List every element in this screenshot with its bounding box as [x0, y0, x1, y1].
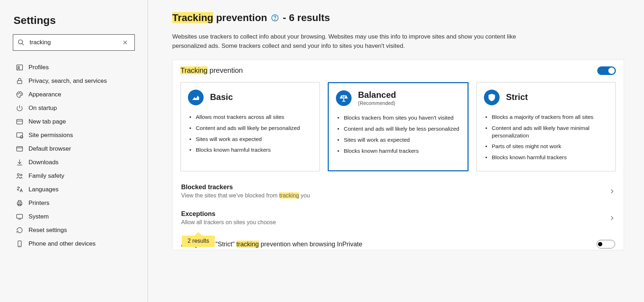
svg-rect-14 [17, 147, 23, 151]
nav-label: New tab page [29, 118, 66, 125]
inprivate-strict-toggle[interactable] [597, 240, 615, 248]
blocked-trackers-row[interactable]: Blocked trackers View the sites that we'… [180, 178, 616, 205]
card-point: Blocks known harmful trackers [337, 146, 460, 157]
prevention-level-cards: Basic Allows most trackers across all si… [180, 82, 616, 172]
nav-label: Site permissions [29, 132, 73, 139]
download-icon [16, 158, 24, 166]
nav-startup[interactable]: On startup [0, 101, 148, 115]
nav-label: Default browser [29, 145, 71, 152]
svg-point-0 [19, 40, 23, 44]
card-balanced-subtitle: (Recommended) [358, 100, 396, 106]
family-icon [16, 172, 24, 180]
settings-main: Tracking prevention - 6 results Websites… [148, 0, 644, 302]
nav-printers[interactable]: Printers [0, 196, 148, 210]
nav-languages[interactable]: Languages [0, 183, 148, 196]
settings-title: Settings [0, 14, 148, 34]
nav-label: Phone and other devices [29, 240, 96, 247]
nav-newtab[interactable]: New tab page [0, 115, 148, 129]
nav-phone[interactable]: Phone and other devices [0, 237, 148, 251]
card-balanced-title: Balanced [358, 90, 396, 100]
svg-point-9 [21, 94, 21, 94]
settings-sidebar: Settings Profiles Privacy, search, and s… [0, 0, 148, 302]
tracking-prevention-toggle[interactable] [597, 66, 616, 75]
profile-icon [16, 64, 24, 71]
nav-label: Appearance [29, 91, 61, 98]
nav-label: Privacy, search, and services [29, 77, 107, 85]
nav-label: Family safety [29, 172, 64, 180]
system-icon [16, 213, 24, 221]
svg-rect-10 [17, 120, 23, 124]
card-basic[interactable]: Basic Allows most trackers across all si… [180, 82, 320, 172]
svg-point-5 [18, 66, 20, 68]
nav-label: System [29, 213, 49, 220]
nav-privacy[interactable]: Privacy, search, and services [0, 74, 148, 88]
lock-icon [16, 77, 24, 85]
help-icon[interactable] [271, 14, 279, 22]
card-point: Blocks known harmful trackers [189, 145, 312, 156]
balanced-icon [336, 90, 352, 106]
chevron-right-icon [609, 188, 615, 195]
nav-label: Printers [29, 200, 50, 207]
settings-nav: Profiles Privacy, search, and services A… [0, 58, 148, 253]
nav-family[interactable]: Family safety [0, 169, 148, 183]
inprivate-strict-row[interactable]: 2 results Always use "Strict" tracking p… [180, 231, 616, 250]
printer-icon [16, 199, 24, 207]
nav-reset[interactable]: Reset settings [0, 223, 148, 237]
card-point: Sites will work as expected [189, 134, 312, 145]
language-icon [16, 186, 24, 193]
svg-rect-21 [18, 201, 21, 202]
chevron-right-icon [609, 215, 615, 221]
tracking-prevention-panel: Tracking prevention Basic Allows most tr… [172, 60, 624, 251]
svg-point-8 [19, 93, 20, 94]
search-icon [17, 39, 25, 46]
basic-icon [188, 90, 204, 105]
power-icon [16, 104, 24, 112]
reset-icon [16, 226, 24, 234]
panel-header: Tracking prevention [180, 66, 616, 75]
svg-point-18 [20, 174, 22, 176]
close-icon [122, 40, 128, 45]
svg-line-1 [22, 44, 24, 45]
nav-label: On startup [29, 105, 57, 112]
svg-rect-23 [17, 215, 23, 218]
title-rest: prevention [213, 12, 267, 23]
nav-label: Languages [29, 186, 58, 193]
card-point: Blocks a majority of trackers from all s… [485, 112, 608, 123]
clear-search-button[interactable] [120, 37, 130, 47]
card-point: Content and ads will likely be less pers… [337, 124, 460, 135]
search-results-badge: 2 results [182, 236, 215, 247]
card-point: Parts of sites might not work [485, 141, 608, 152]
panel-label-hl: Tracking [180, 66, 208, 74]
nav-appearance[interactable]: Appearance [0, 88, 148, 101]
nav-permissions[interactable]: Site permissions [0, 129, 148, 142]
card-balanced[interactable]: Balanced (Recommended) Blocks trackers f… [328, 82, 469, 172]
nav-system[interactable]: System [0, 210, 148, 223]
phone-icon [16, 240, 24, 248]
palette-icon [16, 91, 24, 99]
exceptions-row[interactable]: Exceptions Allow all trackers on sites y… [180, 205, 616, 231]
card-basic-title: Basic [210, 92, 233, 102]
title-highlight: Tracking [172, 12, 213, 23]
settings-search[interactable] [13, 34, 135, 51]
card-point: Content and ads will likely have minimal… [485, 123, 608, 141]
results-count: - 6 results [283, 12, 330, 24]
svg-point-7 [18, 94, 19, 94]
card-strict[interactable]: Strict Blocks a majority of trackers fro… [476, 82, 616, 172]
page-title: Tracking prevention - 6 results [172, 12, 624, 24]
nav-label: Downloads [29, 159, 58, 166]
nav-profiles[interactable]: Profiles [0, 61, 148, 74]
svg-rect-20 [17, 202, 22, 205]
strict-icon [484, 90, 500, 105]
card-strict-title: Strict [506, 92, 528, 102]
card-point: Blocks known harmful trackers [485, 152, 608, 163]
newtab-icon [16, 118, 24, 126]
panel-label-rest: prevention [208, 66, 243, 74]
nav-downloads[interactable]: Downloads [0, 156, 148, 169]
card-point: Sites will work as expected [337, 135, 460, 146]
search-input[interactable] [30, 39, 120, 46]
blocked-sub: View the sites that we've blocked from t… [181, 192, 310, 199]
exceptions-title: Exceptions [181, 210, 276, 218]
svg-rect-6 [17, 81, 22, 84]
nav-label: Profiles [29, 64, 49, 71]
nav-default-browser[interactable]: Default browser [0, 142, 148, 156]
